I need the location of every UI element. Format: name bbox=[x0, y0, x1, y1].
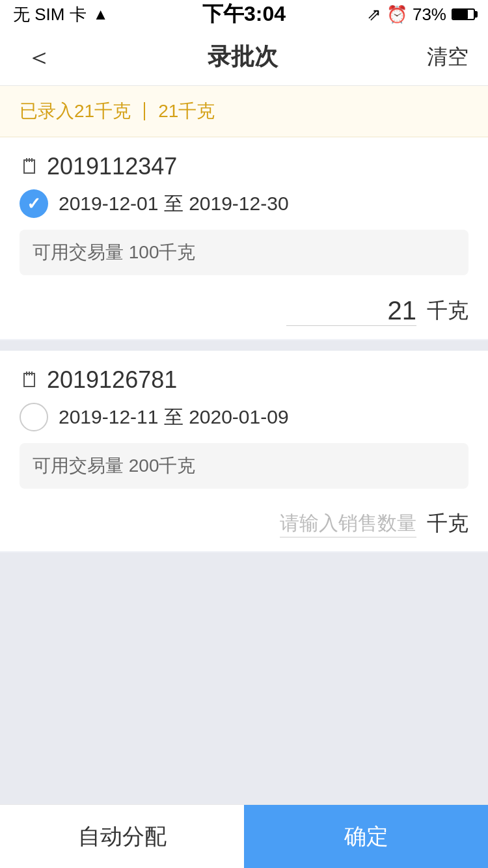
qty-placeholder-2: 请输入销售数量 bbox=[280, 512, 416, 534]
back-button[interactable]: ＜ bbox=[20, 33, 59, 81]
info-value: 21千克 bbox=[158, 99, 215, 124]
batch-row-date-1: 2019-12-01 至 2019-12-30 bbox=[0, 187, 488, 224]
radio-batch-1[interactable] bbox=[20, 189, 48, 218]
wifi-icon: ▲ bbox=[93, 5, 109, 23]
page-title: 录批次 bbox=[208, 41, 278, 73]
batch-row-date-2: 2019-12-11 至 2020-01-09 bbox=[0, 400, 488, 438]
battery-icon bbox=[452, 8, 475, 20]
info-banner: 已录入21千克 21千克 bbox=[0, 86, 488, 137]
available-qty-1: 可用交易量 100千克 bbox=[20, 230, 468, 275]
qty-input-row-2: 请输入销售数量 千克 bbox=[0, 499, 488, 551]
clear-button[interactable]: 清空 bbox=[427, 43, 468, 72]
batch-item-1: 🗒 2019112347 2019-12-01 至 2019-12-30 可用交… bbox=[0, 137, 488, 339]
bottom-space bbox=[0, 552, 488, 813]
qty-unit-2: 千克 bbox=[427, 509, 468, 538]
location-icon: ⇗ bbox=[367, 5, 381, 25]
qty-unit-1: 千克 bbox=[427, 297, 468, 325]
qty-underline-1: 21 bbox=[286, 296, 416, 326]
battery-label: 73% bbox=[413, 5, 446, 25]
status-right: ⇗ ⏰ 73% bbox=[367, 5, 475, 25]
batch-doc-icon-2: 🗒 bbox=[20, 368, 40, 392]
radio-batch-2[interactable] bbox=[20, 403, 48, 431]
qty-value-1[interactable]: 21 bbox=[388, 296, 417, 325]
status-left: 无 SIM 卡 ▲ bbox=[13, 3, 108, 26]
status-time: 下午3:04 bbox=[202, 0, 286, 29]
info-label: 已录入21千克 bbox=[20, 99, 131, 124]
status-bar: 无 SIM 卡 ▲ 下午3:04 ⇗ ⏰ 73% bbox=[0, 0, 488, 29]
nav-bar: ＜ 录批次 清空 bbox=[0, 29, 488, 86]
qty-input-row-1: 21 千克 bbox=[0, 286, 488, 339]
batch-number-1: 2019112347 bbox=[47, 153, 177, 180]
batch-item-2: 🗒 2019126781 2019-12-11 至 2020-01-09 可用交… bbox=[0, 351, 488, 551]
footer: 自动分配 确定 bbox=[0, 804, 488, 868]
batch-date-1: 2019-12-01 至 2019-12-30 bbox=[59, 191, 289, 217]
main-content: 🗒 2019112347 2019-12-01 至 2019-12-30 可用交… bbox=[0, 137, 488, 868]
section-separator-1 bbox=[0, 340, 488, 351]
batch-header-2: 🗒 2019126781 bbox=[0, 351, 488, 400]
batch-doc-icon-1: 🗒 bbox=[20, 155, 40, 179]
available-qty-2: 可用交易量 200千克 bbox=[20, 443, 468, 489]
alarm-icon: ⏰ bbox=[386, 5, 407, 25]
carrier-label: 无 SIM 卡 bbox=[13, 3, 87, 26]
batch-number-2: 2019126781 bbox=[47, 366, 177, 394]
qty-underline-2[interactable]: 请输入销售数量 bbox=[280, 510, 416, 537]
confirm-button[interactable]: 确定 bbox=[244, 805, 488, 868]
auto-distribute-button[interactable]: 自动分配 bbox=[0, 805, 244, 868]
batch-header-1: 🗒 2019112347 bbox=[0, 137, 488, 187]
batch-date-2: 2019-12-11 至 2020-01-09 bbox=[59, 404, 289, 431]
info-divider bbox=[144, 102, 145, 120]
